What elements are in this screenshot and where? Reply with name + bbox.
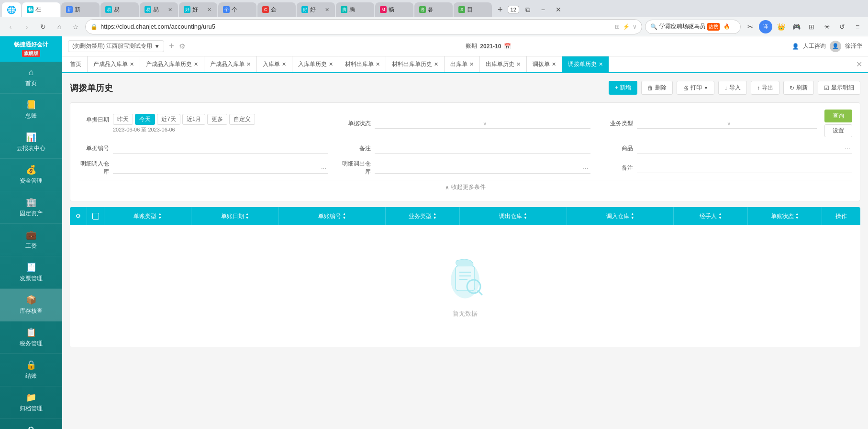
delete-button[interactable]: 🗑 删除 — [641, 81, 673, 95]
query-button[interactable]: 查询 — [824, 110, 852, 122]
page-tab-in-history[interactable]: 入库单历史 ✕ — [292, 56, 339, 72]
page-tab-out-history-close[interactable]: ✕ — [516, 61, 521, 67]
date-today-btn[interactable]: 今天 — [135, 114, 155, 125]
sidebar-item-funds[interactable]: 💰 资金管理 — [0, 159, 62, 191]
settings-button[interactable]: 设置 — [824, 124, 852, 137]
sidebar-item-settings[interactable]: ⚙ 基础设置 — [0, 419, 62, 429]
display-button[interactable]: ☑ 显示明细 — [818, 81, 860, 95]
th-type[interactable]: 单账类型 ▲▼ — [104, 207, 191, 225]
page-tab-material-out[interactable]: 材料出库单 ✕ — [339, 56, 386, 72]
browser-search-box[interactable]: 🔍 学霸应聘场驱鸟员 热搜 🔥 — [645, 20, 741, 34]
th-checkbox[interactable] — [87, 207, 104, 225]
browser-tab-6[interactable]: 个 个 — [218, 2, 256, 17]
date-more-btn[interactable]: 更多 — [207, 114, 227, 125]
add-company-button[interactable]: + — [169, 41, 174, 51]
browser-tab-1[interactable]: 畅 在 — [22, 2, 60, 17]
browser-tab-8[interactable]: 好 好 ✕ — [297, 2, 335, 17]
status-dropdown[interactable]: ∨ — [375, 119, 590, 129]
page-tab-product-in-close[interactable]: ✕ — [130, 61, 134, 67]
collapse-button[interactable]: ∧ 收起更多条件 — [78, 180, 852, 194]
goods-ellipsis-icon[interactable]: ··· — [843, 144, 852, 152]
page-tab-transfer-history[interactable]: 调拨单历史 ✕ — [562, 56, 609, 72]
refresh-button[interactable]: ↻ 刷新 — [783, 81, 814, 95]
page-tab-product-in-history-close[interactable]: ✕ — [194, 61, 198, 67]
date-custom-btn[interactable]: 自定义 — [229, 114, 255, 125]
translate-icon[interactable]: 译 — [759, 20, 772, 33]
detail-in-ellipsis-icon[interactable]: ··· — [319, 164, 329, 172]
address-bar-chevron-icon[interactable]: ∨ — [633, 23, 637, 30]
page-tab-product-in[interactable]: 产成品入库单 ✕ — [88, 56, 140, 72]
sidebar-item-ledger[interactable]: 📒 总账 — [0, 94, 62, 126]
page-tab-out-close[interactable]: ✕ — [469, 61, 474, 67]
page-tab-transfer-close[interactable]: ✕ — [552, 61, 556, 67]
page-tab-out-history[interactable]: 出库单历史 ✕ — [480, 56, 527, 72]
close-window-button[interactable]: ✕ — [552, 3, 565, 16]
page-tab-transfer[interactable]: 调拨单 ✕ — [527, 56, 562, 72]
page-tab-transfer-history-close[interactable]: ✕ — [599, 61, 603, 67]
browser-tab-active[interactable]: 🌐 — [2, 2, 21, 17]
sidebar-item-inventory[interactable]: 📦 库存核查 — [0, 289, 62, 321]
close-all-icon[interactable]: ✕ — [856, 60, 862, 69]
page-tab-product-in2-close[interactable]: ✕ — [246, 61, 251, 67]
remark-input[interactable] — [375, 143, 590, 154]
th-date[interactable]: 单账日期 ▲▼ — [191, 207, 278, 225]
page-tab-material-out-history-close[interactable]: ✕ — [434, 61, 438, 67]
page-tab-out[interactable]: 出库单 ✕ — [445, 56, 480, 72]
sidebar-item-tax[interactable]: 📋 税务管理 — [0, 321, 62, 354]
goods-selector[interactable]: ··· — [637, 143, 852, 154]
extension-2-icon[interactable]: 🎮 — [790, 20, 803, 33]
undo-icon[interactable]: ↺ — [835, 20, 849, 33]
page-tab-in-close[interactable]: ✕ — [282, 61, 286, 67]
page-tab-in-history-close[interactable]: ✕ — [329, 61, 333, 67]
browser-tab-2[interactable]: 新 新 — [61, 2, 100, 17]
num-input[interactable] — [113, 143, 328, 154]
extension-1-icon[interactable]: 👑 — [774, 20, 788, 33]
tabs-close-all[interactable]: ✕ — [852, 60, 866, 69]
export-button[interactable]: ↑ 导出 — [751, 81, 779, 95]
remark2-input[interactable] — [637, 163, 852, 173]
sidebar-item-home[interactable]: ⌂ 首页 — [0, 62, 62, 94]
th-settings[interactable]: ⚙ — [70, 207, 87, 225]
minimize-button[interactable]: − — [536, 3, 550, 16]
browser-tab-7[interactable]: C 企 — [257, 2, 296, 17]
date-7days-btn[interactable]: 近7天 — [157, 114, 180, 125]
browser-tab-3[interactable]: 易 易 — [100, 2, 139, 17]
home-button[interactable]: ⌂ — [53, 20, 66, 33]
refresh-browser-button[interactable]: ↻ — [36, 20, 50, 33]
sidebar-item-closing[interactable]: 🔒 结账 — [0, 354, 62, 386]
th-handler[interactable]: 经手人 ▲▼ — [674, 207, 748, 225]
tab-close-4[interactable]: ✕ — [167, 6, 173, 13]
bookmark-button[interactable]: ☆ — [69, 20, 82, 33]
new-tab-button[interactable]: + — [495, 4, 506, 16]
scissors-icon[interactable]: ✂ — [744, 20, 757, 33]
restore-button[interactable]: ⧉ — [521, 3, 534, 16]
browser-tab-10[interactable]: M 畅 — [375, 2, 413, 17]
th-status[interactable]: 单账状态 ▲▼ — [748, 207, 822, 225]
browser-tab-9[interactable]: 腾 腾 — [336, 2, 374, 17]
page-tab-material-out-history[interactable]: 材料出库单历史 ✕ — [386, 56, 445, 72]
date-1month-btn[interactable]: 近1月 — [182, 114, 206, 125]
detail-out-selector[interactable]: ··· — [375, 163, 590, 174]
sun-icon[interactable]: ☀ — [820, 20, 834, 33]
browser-tab-11[interactable]: 各 各 — [414, 2, 453, 17]
import-button[interactable]: ↓ 导入 — [718, 81, 747, 95]
biztype-dropdown[interactable]: ∨ — [637, 119, 817, 129]
tab-close-5[interactable]: ✕ — [206, 6, 212, 13]
sidebar-item-invoice[interactable]: 🧾 发票管理 — [0, 256, 62, 289]
sidebar-item-payroll[interactable]: 💼 工资 — [0, 224, 62, 256]
page-tab-product-in-history[interactable]: 产成品入库单历史 ✕ — [140, 56, 204, 72]
detail-out-ellipsis-icon[interactable]: ··· — [581, 164, 590, 172]
back-button[interactable]: ‹ — [4, 20, 17, 33]
address-bar[interactable]: 🔒 https://cloud.chanjet.com/accounting/u… — [85, 19, 642, 34]
page-tab-material-out-close[interactable]: ✕ — [376, 61, 380, 67]
forward-button[interactable]: › — [20, 20, 33, 33]
th-num[interactable]: 单账编号 ▲▼ — [279, 207, 386, 225]
sidebar-item-archive[interactable]: 📁 归档管理 — [0, 386, 62, 419]
th-biz[interactable]: 业务类型 ▲▼ — [386, 207, 460, 225]
grid-icon[interactable]: ⊞ — [805, 20, 818, 33]
page-tab-home[interactable]: 首页 — [64, 56, 88, 72]
print-button[interactable]: 🖨 打印 ▼ — [677, 81, 714, 95]
header-checkbox[interactable] — [92, 213, 99, 220]
page-tab-product-in2[interactable]: 产成品入库单 ✕ — [204, 56, 257, 72]
browser-tab-5[interactable]: 好 好 ✕ — [179, 2, 217, 17]
